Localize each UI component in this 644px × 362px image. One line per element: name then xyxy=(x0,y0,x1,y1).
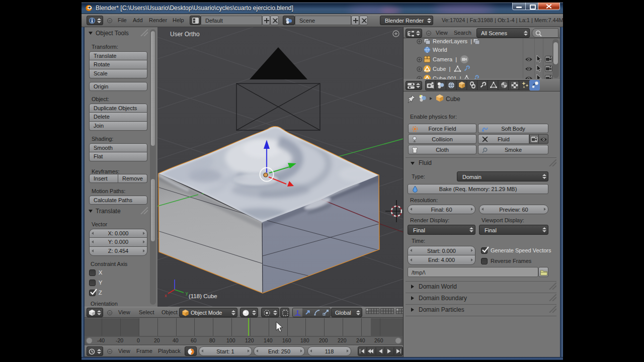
svg-text:x: x xyxy=(165,293,167,298)
svg-text:y: y xyxy=(186,291,188,296)
svg-text:User Ortho: User Ortho xyxy=(170,31,200,38)
svg-text:(118) Cube: (118) Cube xyxy=(189,293,217,299)
